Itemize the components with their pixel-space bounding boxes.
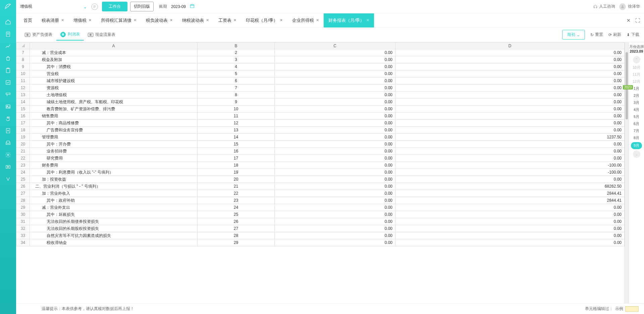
cell[interactable]: 0.00	[275, 176, 395, 183]
cell[interactable]: 0.00	[275, 134, 395, 141]
cell[interactable]: 0.00	[395, 91, 625, 99]
cell[interactable]: 0.00	[395, 218, 625, 225]
nav-settings-icon[interactable]	[0, 149, 16, 161]
cell[interactable]: 城镇土地使用税、房产税、车船税、印花税	[30, 99, 198, 106]
month-item[interactable]: 10月	[629, 64, 644, 71]
row-header[interactable]: 25	[16, 176, 30, 183]
cell[interactable]: 0.00	[395, 148, 625, 155]
cell[interactable]: 7	[198, 84, 275, 91]
tab[interactable]: 税负波动表✕	[141, 13, 177, 27]
cell[interactable]: 0.00	[275, 239, 395, 246]
month-scroll-up-icon[interactable]: ⌃	[633, 56, 640, 63]
cell[interactable]: 财务费用	[30, 162, 198, 169]
nav-tag-icon[interactable]	[0, 88, 16, 101]
cell[interactable]: 0.00	[395, 232, 625, 239]
nav-image-icon[interactable]	[0, 101, 16, 113]
reset-button[interactable]: ↻重置	[590, 32, 603, 38]
row-header[interactable]: 18	[16, 127, 30, 134]
month-scroll-down-icon[interactable]: ⌄	[633, 150, 640, 158]
nav-inbox-icon[interactable]	[0, 137, 16, 149]
row-header[interactable]: 23	[16, 162, 30, 169]
cell[interactable]: 12	[198, 120, 275, 127]
month-item[interactable]: 11月	[629, 71, 644, 78]
nav-check-icon[interactable]	[0, 76, 16, 88]
row-header[interactable]: 7	[16, 49, 30, 56]
tab[interactable]: 增值税✕	[69, 13, 96, 27]
cell[interactable]: 16	[198, 148, 275, 155]
nav-home-icon[interactable]	[0, 16, 16, 28]
row-header[interactable]: 29	[16, 204, 30, 211]
row-header[interactable]: 34	[16, 239, 30, 246]
help-link[interactable]: 人工咨询	[593, 4, 615, 9]
cell[interactable]: -100.00	[395, 169, 625, 176]
row-header[interactable]: 10	[16, 70, 30, 77]
cell[interactable]: 27	[198, 225, 275, 232]
cell[interactable]: 无法收回的长期债券投资损失	[30, 218, 198, 225]
cell[interactable]: 17	[198, 155, 275, 162]
cell[interactable]: 0.00	[395, 141, 625, 148]
cell[interactable]: 0.00	[395, 127, 625, 134]
row-header[interactable]: 32	[16, 225, 30, 232]
cell[interactable]: 29	[198, 239, 275, 246]
cell[interactable]: 0.00	[275, 84, 395, 91]
close-icon[interactable]: ✕	[61, 18, 64, 22]
cell[interactable]: 0.00	[395, 63, 625, 70]
refresh-button[interactable]: ⟳刷新	[608, 32, 621, 38]
cell[interactable]: 0.00	[395, 176, 625, 183]
close-icon[interactable]: ✕	[206, 18, 209, 22]
cell[interactable]: 15	[198, 141, 275, 148]
cell[interactable]: 销售费用	[30, 113, 198, 120]
cell[interactable]: 研究费用	[30, 155, 198, 162]
nav-bag-icon[interactable]	[0, 52, 16, 64]
period-init-button[interactable]: 期初 ⌄	[562, 30, 585, 40]
cell[interactable]: 0.00	[395, 225, 625, 232]
cell[interactable]: 26	[198, 218, 275, 225]
cell[interactable]: 25	[198, 211, 275, 218]
cell[interactable]: 0.00	[275, 106, 395, 113]
row-header[interactable]: 27	[16, 190, 30, 197]
row-header[interactable]: 22	[16, 155, 30, 162]
company-dropdown[interactable]: 增值税 ⌄	[20, 4, 87, 9]
subtab-cashflow[interactable]: ▦现金流量表	[84, 29, 119, 40]
cell[interactable]: 其中：消费税	[30, 63, 198, 70]
col-header-c[interactable]: C	[275, 43, 395, 49]
month-item[interactable]: 2月	[629, 92, 644, 99]
cell[interactable]: 24	[198, 204, 275, 211]
cell[interactable]: 减：营业外支出	[30, 204, 198, 211]
cell[interactable]: 0.00	[395, 239, 625, 246]
cell[interactable]: 0.00	[395, 113, 625, 120]
cell[interactable]: 0.00	[275, 120, 395, 127]
row-header[interactable]: 12	[16, 84, 30, 91]
cell[interactable]: 0.00	[275, 148, 395, 155]
tab[interactable]: 企业所得税✕	[287, 13, 324, 27]
nav-export-icon[interactable]	[0, 125, 16, 137]
cell[interactable]: 5	[198, 70, 275, 77]
cell[interactable]: 0.00	[275, 197, 395, 204]
cell[interactable]: 11	[198, 113, 275, 120]
cell[interactable]: 0.00	[275, 155, 395, 162]
row-header[interactable]: 20	[16, 141, 30, 148]
cell[interactable]: 23	[198, 197, 275, 204]
cell[interactable]: 21	[198, 183, 275, 190]
month-item[interactable]: 4月	[629, 106, 644, 113]
tab[interactable]: 税表清册✕	[37, 13, 69, 27]
cell[interactable]: 0.00	[395, 70, 625, 77]
calendar-icon[interactable]	[190, 4, 195, 9]
month-item[interactable]: 8月	[629, 134, 644, 141]
cell[interactable]: 0.00	[275, 49, 395, 56]
month-item[interactable]: 9月	[631, 142, 642, 149]
cell[interactable]: 0.00	[275, 162, 395, 169]
row-header[interactable]: 19	[16, 134, 30, 141]
cell[interactable]: 0.00	[275, 91, 395, 99]
cell[interactable]: 二、营业利润（亏损以 " - " 号填列）	[30, 183, 198, 190]
cell[interactable]: 0.00	[275, 190, 395, 197]
cell[interactable]: 0.00	[395, 56, 625, 63]
cell[interactable]: 4	[198, 63, 275, 70]
cell[interactable]: 0.00	[275, 225, 395, 232]
tab[interactable]: 纳税波动表✕	[177, 13, 214, 27]
cell[interactable]: 无法收回的长期股权投资损失	[30, 225, 198, 232]
cell[interactable]: 0.00	[395, 99, 625, 106]
cell[interactable]: 城市维护建设税	[30, 77, 198, 84]
cell[interactable]: 2844.41	[395, 197, 625, 204]
cell[interactable]: 0.00	[275, 127, 395, 134]
